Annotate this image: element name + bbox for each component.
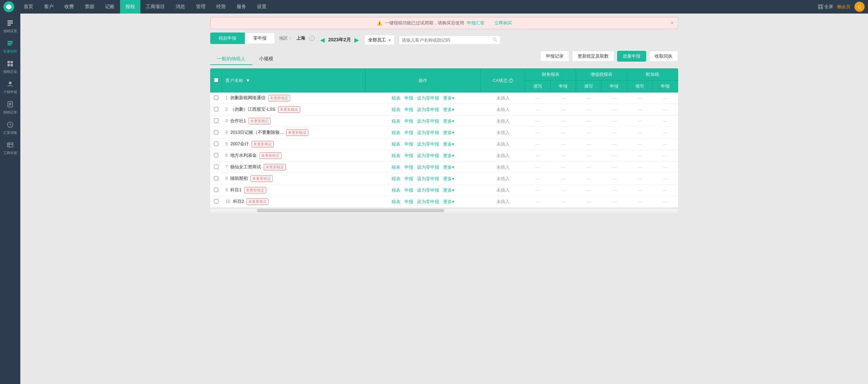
row-op-zero-5[interactable]: 设为零申报 [417,153,439,158]
row-op-tax-table-3[interactable]: 税表 [392,130,400,135]
row-checkbox-3[interactable] [211,127,222,138]
row-op-more-9[interactable]: 更多▾ [443,199,454,204]
row-op-zero-8[interactable]: 设为零申报 [417,188,439,193]
sidebar-item-tax-overview[interactable]: 报税总览 [1,58,20,77]
banner-link1[interactable]: 申报汇签 [467,20,485,26]
row-op-more-6[interactable]: 更多▾ [443,165,454,170]
tab-small-scale[interactable]: 小规模 [252,54,280,65]
row-op-zero-0[interactable]: 设为零申报 [417,95,439,101]
next-date-btn[interactable]: ▶ [353,36,360,44]
dept-selector[interactable]: 全部员工 ▾ [364,35,395,45]
row-checkbox-1[interactable] [211,104,222,115]
sidebar-item-tax-settings[interactable]: 报税设置 [1,17,20,36]
row-op-zero-2[interactable]: 设为零申报 [417,119,439,124]
row-op-tax-table-7[interactable]: 税表 [392,176,400,181]
location-info-icon[interactable]: i [309,36,315,41]
row-op-more-4[interactable]: 更多▾ [443,142,454,147]
sidebar-item-settlement[interactable]: 汇算清缴 [1,119,20,137]
search-input[interactable] [402,38,493,43]
prev-date-btn[interactable]: ◀ [319,36,326,44]
sidebar-item-personal-tax[interactable]: 个税申报 [1,78,20,97]
row-op-tax-table-0[interactable]: 税表 [392,95,400,101]
row-op-declare-2[interactable]: 申报 [405,119,413,124]
row-check-0[interactable] [214,95,218,100]
row-op-zero-6[interactable]: 设为零申报 [417,165,439,170]
row-check-6[interactable] [214,165,218,169]
row-op-declare-0[interactable]: 申报 [405,95,413,101]
nav-management[interactable]: 管理 [191,0,211,14]
update-stats-btn[interactable]: 更新统定及取数 [572,51,614,62]
row-op-zero-1[interactable]: 设为零申报 [417,107,439,112]
row-check-3[interactable] [214,130,218,134]
sidebar-item-annual-report[interactable]: 工商年报 [1,139,20,158]
row-check-4[interactable] [214,142,218,146]
nav-tax[interactable]: 报税 [120,0,140,14]
row-checkbox-5[interactable] [211,150,222,162]
declaration-record-btn[interactable]: 申报记录 [540,51,569,62]
row-op-more-2[interactable]: 更多▾ [443,119,454,124]
row-op-zero-3[interactable]: 设为零申报 [417,130,439,135]
row-op-more-5[interactable]: 更多▾ [443,153,454,158]
tab-tax-declaration[interactable]: 税款申报 [210,33,245,44]
nav-settings[interactable]: 设置 [252,0,272,14]
row-checkbox-7[interactable] [211,173,222,185]
search-icon[interactable] [493,37,497,43]
row-check-2[interactable] [214,119,218,123]
row-checkbox-6[interactable] [211,162,222,173]
nav-customer[interactable]: 客户 [39,0,59,14]
nav-home[interactable]: 首页 [18,0,39,14]
collect-return-btn[interactable]: 收取回执 [649,51,678,62]
nav-message[interactable]: 消息 [170,0,191,14]
row-op-more-0[interactable]: 更多▾ [443,95,454,101]
horizontal-scrollbar[interactable] [210,209,678,213]
row-op-declare-3[interactable]: 申报 [405,130,413,135]
batch-declare-btn[interactable]: 批量申报 [617,51,646,62]
row-op-zero-9[interactable]: 设为零申报 [417,199,439,204]
ca-info-icon[interactable]: C [509,79,513,83]
sidebar-item-batch-tax[interactable]: 批量报税 [1,37,20,56]
sort-icon[interactable]: ▼ [246,78,250,83]
row-op-zero-7[interactable]: 设为零申报 [417,176,439,181]
nav-operation[interactable]: 经营 [211,0,231,14]
row-check-7[interactable] [214,176,218,180]
row-check-1[interactable] [214,107,218,111]
row-check-5[interactable] [214,153,218,157]
row-op-declare-6[interactable]: 申报 [405,165,413,170]
row-op-declare-1[interactable]: 申报 [405,107,413,112]
row-check-8[interactable] [214,188,218,192]
row-check-9[interactable] [214,199,218,204]
nav-invoice[interactable]: 票据 [79,0,100,14]
row-op-more-7[interactable]: 更多▾ [443,176,454,181]
row-op-zero-4[interactable]: 设为零申报 [417,142,439,147]
nav-service[interactable]: 服务 [231,0,252,14]
select-all-checkbox[interactable] [214,78,218,82]
row-op-tax-table-1[interactable]: 税表 [392,107,400,112]
nav-billing[interactable]: 收费 [59,0,79,14]
row-op-declare-8[interactable]: 申报 [405,188,413,193]
row-op-tax-table-2[interactable]: 税表 [392,119,400,124]
tab-general-taxpayer[interactable]: 一般的纳税人 [210,54,252,65]
row-op-more-1[interactable]: 更多▾ [443,107,454,112]
row-op-tax-table-8[interactable]: 税表 [392,188,400,193]
row-op-tax-table-4[interactable]: 税表 [392,142,400,147]
row-checkbox-2[interactable] [211,115,222,127]
row-op-tax-table-9[interactable]: 税表 [392,199,400,204]
row-checkbox-4[interactable] [211,138,222,150]
row-op-tax-table-6[interactable]: 税表 [392,165,400,170]
row-op-declare-4[interactable]: 申报 [405,142,413,147]
banner-close[interactable]: × [671,20,674,26]
row-op-declare-7[interactable]: 申报 [405,176,413,181]
sidebar-item-tax-record[interactable]: 报税记录 [1,98,20,117]
row-op-declare-9[interactable]: 申报 [405,199,413,204]
avatar[interactable]: C [854,2,865,12]
banner-link2[interactable]: 立即购买 [494,20,512,26]
row-checkbox-0[interactable] [211,92,222,104]
row-op-tax-table-5[interactable]: 税表 [392,153,400,158]
tab-zero-declaration[interactable]: 零申报 [245,33,275,44]
scrollbar-thumb[interactable] [257,209,444,212]
row-op-more-8[interactable]: 更多▾ [443,188,454,193]
row-op-more-3[interactable]: 更多▾ [443,130,454,135]
logo[interactable] [3,1,14,12]
row-checkbox-9[interactable] [211,196,222,208]
nav-business[interactable]: 工商项目 [140,0,170,14]
